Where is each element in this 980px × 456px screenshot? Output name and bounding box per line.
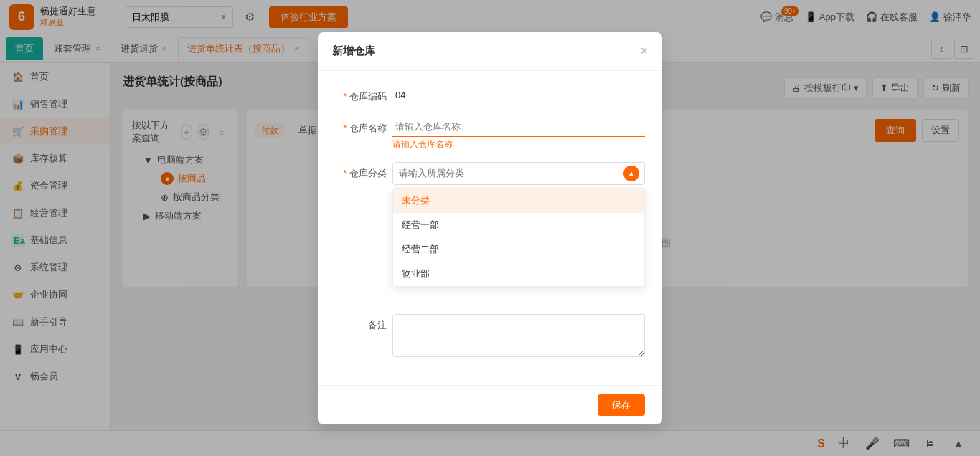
modal-title: 新增仓库 [332,44,375,58]
save-button[interactable]: 保存 [598,394,645,416]
code-field-wrap [392,85,645,105]
remark-input[interactable] [392,314,645,357]
category-field-row: 仓库分类 ▲ 未分类 经营一部 经营二部 物业部 [335,162,645,185]
name-error-msg: 请输入仓库名称 [392,138,645,151]
remark-field-wrap [392,314,645,359]
modal-overlay: 新增仓库 × 仓库编码 仓库名称 请输入仓库名称 仓库分类 [0,0,980,456]
name-field-row: 仓库名称 请输入仓库名称 [335,117,645,151]
dropdown-item-dept1[interactable]: 经营一部 [393,213,644,237]
code-input[interactable] [392,85,645,105]
category-dropdown-list: 未分类 经营一部 经营二部 物业部 [392,188,645,287]
modal-header: 新增仓库 × [318,32,662,71]
code-field-label: 仓库编码 [335,85,392,103]
dropdown-item-dept2[interactable]: 经营二部 [393,237,644,262]
dropdown-item-dept3[interactable]: 物业部 [393,262,644,286]
modal-close-button[interactable]: × [640,44,648,59]
category-field-wrap: ▲ 未分类 经营一部 经营二部 物业部 [392,162,645,185]
modal-footer: 保存 [318,385,662,424]
remark-field-row: 备注 [335,314,645,359]
remark-field-label: 备注 [335,314,392,332]
category-input[interactable] [392,162,645,185]
add-warehouse-modal: 新增仓库 × 仓库编码 仓库名称 请输入仓库名称 仓库分类 [318,32,662,424]
code-field-row: 仓库编码 [335,85,645,105]
dropdown-item-uncategorized[interactable]: 未分类 [393,189,644,213]
category-field-label: 仓库分类 [335,162,392,180]
modal-body: 仓库编码 仓库名称 请输入仓库名称 仓库分类 ▲ [318,71,662,385]
name-field-wrap: 请输入仓库名称 [392,117,645,151]
category-dropdown-arrow[interactable]: ▲ [623,166,639,181]
name-field-label: 仓库名称 [335,117,392,135]
name-input[interactable] [392,117,645,137]
